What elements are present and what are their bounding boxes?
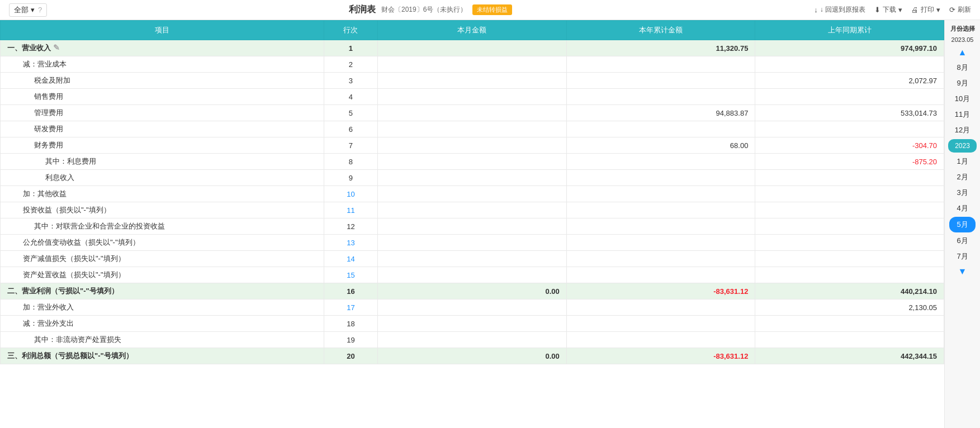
table-row: 利息收入 9 bbox=[1, 170, 944, 186]
prev-value-cell bbox=[755, 267, 944, 283]
month-value-cell bbox=[378, 121, 567, 137]
header: 全部 ▾ ? 利润表 财会〔2019〕6号（未执行） 未结转损益 ↓ ↓ 回退到… bbox=[0, 0, 980, 20]
row-num-cell: 1 bbox=[324, 40, 377, 56]
table-row: 资产处置收益（损失以"-"填列） 15 bbox=[1, 267, 944, 283]
month-item[interactable]: 3月 bbox=[945, 185, 980, 201]
month-item[interactable]: 7月 bbox=[945, 249, 980, 264]
item-cell: 研发费用 bbox=[1, 121, 324, 137]
item-cell: 资产减值损失（损失以"-"填列） bbox=[1, 251, 324, 267]
help-icon[interactable]: ? bbox=[38, 6, 42, 14]
row-num-cell: 14 bbox=[324, 251, 377, 267]
month-item[interactable]: 11月 bbox=[945, 107, 980, 122]
month-value-cell bbox=[378, 154, 567, 170]
month-nav-up[interactable]: ▲ bbox=[956, 45, 969, 60]
item-cell: 三、利润总额（亏损总额以"-"号填列） bbox=[1, 348, 324, 364]
month-item[interactable]: 1月 bbox=[945, 154, 980, 169]
prev-value-cell bbox=[755, 121, 944, 137]
row-num-cell: 16 bbox=[324, 283, 377, 299]
table-row: 管理费用 5 94,883.87 533,014.73 bbox=[1, 105, 944, 121]
row-num-cell: 4 bbox=[324, 89, 377, 105]
prev-value-cell bbox=[755, 202, 944, 218]
col-header-year: 本年累计金额 bbox=[566, 21, 755, 40]
item-cell: 其中：利息费用 bbox=[1, 154, 324, 170]
row-num-cell: 11 bbox=[324, 202, 377, 218]
prev-value-cell: 2,130.05 bbox=[755, 299, 944, 316]
table-row: 销售费用 4 bbox=[1, 89, 944, 105]
table-wrapper[interactable]: 项目 行次 本月金额 本年累计金额 上年同期累计 一、营业收入 ✎ 1 11,3… bbox=[0, 20, 944, 428]
col-header-row: 行次 bbox=[324, 21, 377, 40]
table-row: 投资收益（损失以"-"填列） 11 bbox=[1, 202, 944, 218]
month-value-cell bbox=[378, 235, 567, 251]
month-value-cell bbox=[378, 218, 567, 235]
month-year-badge[interactable]: 2023 bbox=[948, 139, 977, 153]
header-left: 全部 ▾ ? bbox=[9, 3, 47, 17]
prev-value-cell bbox=[755, 89, 944, 105]
item-cell: 管理费用 bbox=[1, 105, 324, 121]
prev-value-cell bbox=[755, 251, 944, 267]
month-item[interactable]: 9月 bbox=[945, 75, 980, 91]
year-value-cell bbox=[566, 170, 755, 186]
prev-value-cell: 2,072.97 bbox=[755, 73, 944, 89]
item-cell: 减：营业外支出 bbox=[1, 316, 324, 332]
month-item[interactable]: 5月 bbox=[949, 217, 976, 232]
month-value-cell bbox=[378, 105, 567, 121]
back-icon: ↓ bbox=[814, 6, 818, 14]
item-cell: 一、营业收入 ✎ bbox=[1, 40, 324, 56]
download-button[interactable]: ⬇ 下载 ▾ bbox=[874, 5, 902, 15]
col-header-prev: 上年同期累计 bbox=[755, 21, 944, 40]
edit-icon[interactable]: ✎ bbox=[53, 43, 60, 52]
prev-value-cell bbox=[755, 332, 944, 348]
item-text: 一、营业收入 bbox=[7, 44, 51, 52]
month-value-cell bbox=[378, 202, 567, 218]
item-cell: 投资收益（损失以"-"填列） bbox=[1, 202, 324, 218]
row-num-cell: 19 bbox=[324, 332, 377, 348]
month-item[interactable]: 6月 bbox=[945, 233, 980, 249]
table-row: 其中：利息费用 8 -875.20 bbox=[1, 154, 944, 170]
col-header-item: 项目 bbox=[1, 21, 324, 40]
row-num-cell: 13 bbox=[324, 235, 377, 251]
month-value-cell bbox=[378, 299, 567, 316]
prev-value-cell: 442,344.15 bbox=[755, 348, 944, 364]
month-item[interactable]: 8月 bbox=[945, 60, 980, 75]
year-value-cell bbox=[566, 299, 755, 316]
download-icon: ⬇ bbox=[874, 6, 880, 14]
item-cell: 加：其他收益 bbox=[1, 186, 324, 202]
category-selector[interactable]: 全部 ▾ ? bbox=[9, 3, 47, 17]
month-item[interactable]: 4月 bbox=[945, 201, 980, 216]
month-item[interactable]: 12月 bbox=[945, 122, 980, 138]
prev-value-cell: 533,014.73 bbox=[755, 105, 944, 121]
table-row: 一、营业收入 ✎ 1 11,320.75 974,997.10 bbox=[1, 40, 944, 56]
month-value-cell bbox=[378, 267, 567, 283]
row-num-cell: 7 bbox=[324, 137, 377, 154]
prev-value-cell: 440,214.10 bbox=[755, 283, 944, 299]
month-value-cell bbox=[378, 332, 567, 348]
month-sidebar: 月份选择 2023.05 ▲ 8月9月10月11月12月20231月2月3月4月… bbox=[944, 20, 980, 428]
year-value-cell bbox=[566, 316, 755, 332]
item-cell: 利息收入 bbox=[1, 170, 324, 186]
back-button[interactable]: ↓ ↓ 回退到原报表 bbox=[814, 5, 865, 15]
year-value-cell bbox=[566, 251, 755, 267]
year-value-cell bbox=[566, 121, 755, 137]
row-num-cell: 8 bbox=[324, 154, 377, 170]
table-area: 项目 行次 本月金额 本年累计金额 上年同期累计 一、营业收入 ✎ 1 11,3… bbox=[0, 20, 944, 428]
item-cell: 财务费用 bbox=[1, 137, 324, 154]
table-row: 加：营业外收入 17 2,130.05 bbox=[1, 299, 944, 316]
item-cell: 加：营业外收入 bbox=[1, 299, 324, 316]
report-subtitle: 财会〔2019〕6号（未执行） bbox=[381, 5, 467, 15]
refresh-button[interactable]: ⟳ 刷新 bbox=[949, 5, 971, 15]
year-value-cell bbox=[566, 154, 755, 170]
year-value-cell bbox=[566, 89, 755, 105]
month-nav: 8月9月10月11月12月20231月2月3月4月5月6月7月 bbox=[945, 60, 980, 264]
main-content: 项目 行次 本月金额 本年累计金额 上年同期累计 一、营业收入 ✎ 1 11,3… bbox=[0, 20, 980, 428]
month-item[interactable]: 10月 bbox=[945, 91, 980, 107]
month-item[interactable]: 2月 bbox=[945, 169, 980, 185]
table-header-row: 项目 行次 本月金额 本年累计金额 上年同期累计 bbox=[1, 21, 944, 40]
header-actions: ↓ ↓ 回退到原报表 ⬇ 下载 ▾ 🖨 打印 ▾ ⟳ 刷新 bbox=[814, 5, 971, 15]
prev-value-cell bbox=[755, 316, 944, 332]
month-nav-down[interactable]: ▼ bbox=[956, 264, 969, 279]
item-cell: 其中：对联营企业和合营企业的投资收益 bbox=[1, 218, 324, 235]
prev-value-cell bbox=[755, 56, 944, 73]
month-value-cell bbox=[378, 40, 567, 56]
print-button[interactable]: 🖨 打印 ▾ bbox=[911, 5, 940, 15]
year-value-cell bbox=[566, 73, 755, 89]
